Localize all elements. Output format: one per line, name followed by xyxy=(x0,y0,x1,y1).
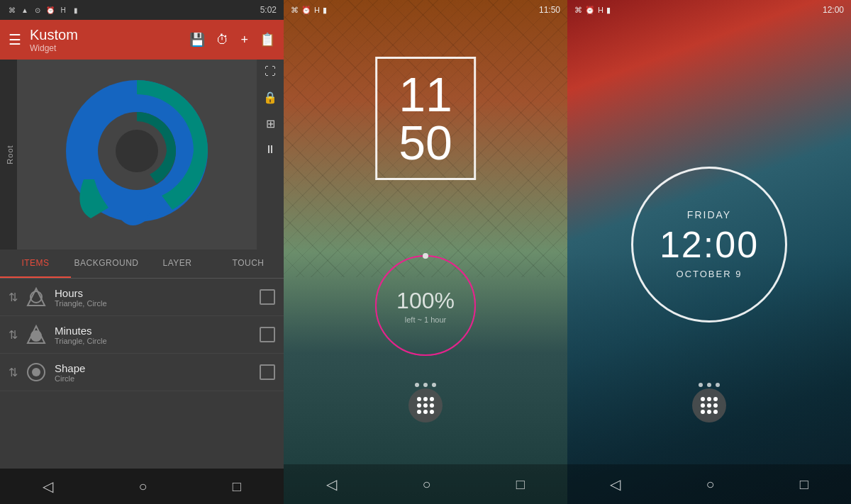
shape-text: Shape Circle xyxy=(55,362,252,383)
alarm-icon: ⏰ xyxy=(585,6,595,15)
app-dot xyxy=(701,397,705,401)
clock-circle-ring: FRIDAY 12:00 OCTOBER 9 xyxy=(631,167,787,323)
back-nav-icon[interactable]: ◁ xyxy=(43,478,53,495)
status-time: 5:02 xyxy=(260,5,277,15)
canvas-area: Root ⛶ 🔒 ⊞ ⏸ xyxy=(0,60,284,250)
shape-title: Shape xyxy=(55,362,252,374)
recent-icon[interactable]: □ xyxy=(516,476,525,493)
hours-text: Hours Triangle, Circle xyxy=(55,287,252,308)
root-label: Root xyxy=(6,145,14,164)
hours-icon xyxy=(25,286,48,308)
pause-icon[interactable]: ⏸ xyxy=(265,143,276,156)
app-dot xyxy=(707,397,711,401)
app-dot xyxy=(423,397,428,401)
signal-icon: H xyxy=(598,6,604,14)
save-icon[interactable]: 💾 xyxy=(189,32,205,47)
add-icon[interactable]: + xyxy=(240,33,248,47)
drag-icon: ⇅ xyxy=(9,366,18,379)
battery-icon: ▮ xyxy=(323,6,327,15)
app-dot xyxy=(713,397,718,401)
app-dot xyxy=(701,403,705,408)
editor-panel: ⌘ ▲ ⊙ ⏰ H ▮ 5:02 ☰ Kustom Widget 💾 ⏱ + 📋… xyxy=(0,0,284,504)
recent-icon-2[interactable]: □ xyxy=(800,476,808,493)
svg-point-6 xyxy=(30,330,42,342)
wifi-icon: ⊙ xyxy=(33,5,43,15)
dot-2 xyxy=(423,383,428,387)
app-dot xyxy=(423,403,428,408)
tab-background[interactable]: BACKGROUND xyxy=(71,250,142,278)
recent-nav-icon[interactable]: □ xyxy=(233,478,241,495)
clock-minutes: 50 xyxy=(399,118,452,167)
app-dot xyxy=(417,403,421,408)
shape-icon xyxy=(25,361,48,383)
alarm-icon: ⏰ xyxy=(45,5,55,15)
alarm-icon: ⏰ xyxy=(301,6,311,15)
apps-grid xyxy=(417,397,434,414)
app-title: Kustom xyxy=(30,27,181,43)
battery-icon: ▮ xyxy=(606,6,611,15)
tab-layer[interactable]: LAYER xyxy=(142,250,213,278)
clock-hours: 11 xyxy=(399,70,452,118)
clock-circle-container: FRIDAY 12:00 OCTOBER 9 xyxy=(631,167,787,323)
canvas-right-tools: ⛶ 🔒 ⊞ ⏸ xyxy=(257,60,284,250)
apps-button[interactable] xyxy=(408,388,443,422)
back-icon[interactable]: ◁ xyxy=(326,476,337,493)
minutes-sub: Triangle, Circle xyxy=(55,337,252,345)
clock-time: 12:00 xyxy=(660,223,759,266)
lock2-nav-bar: ◁ ○ □ xyxy=(567,464,851,504)
svg-point-2 xyxy=(116,130,158,172)
dot-1 xyxy=(415,383,419,387)
list-item[interactable]: ⇅ Minutes Triangle, Circle xyxy=(0,316,284,354)
hours-title: Hours xyxy=(55,287,252,299)
clipboard-icon[interactable]: 📋 xyxy=(260,32,275,47)
tab-touch[interactable]: TOUCH xyxy=(213,250,284,278)
app-dot xyxy=(430,397,434,401)
canvas-inner[interactable] xyxy=(17,60,257,250)
app-dot xyxy=(430,403,434,408)
lock-icon[interactable]: 🔒 xyxy=(263,91,277,104)
list-item[interactable]: ⇅ Hours Triangle, Circle xyxy=(0,279,284,316)
app-dot xyxy=(707,410,711,414)
app-dot xyxy=(417,410,421,414)
shape-checkbox[interactable] xyxy=(260,364,275,380)
editor-nav-bar: ◁ ○ □ xyxy=(0,469,284,504)
app-subtitle: Widget xyxy=(30,43,181,53)
history-icon[interactable]: ⏱ xyxy=(216,33,229,47)
hours-checkbox[interactable] xyxy=(260,289,275,305)
layers-icon[interactable]: ⊞ xyxy=(266,117,275,130)
lock1-status-bar: ⌘ ⏰ H ▮ 11:50 xyxy=(284,0,567,20)
app-dot xyxy=(423,410,428,414)
home-icon[interactable]: ○ xyxy=(422,476,430,493)
tab-items[interactable]: ITEMS xyxy=(0,250,71,278)
battery-circle: 100% left ~ 1 hour xyxy=(369,249,482,362)
minutes-checkbox[interactable] xyxy=(260,327,275,342)
drag-icon: ⇅ xyxy=(9,291,18,304)
list-item[interactable]: ⇅ Shape Circle xyxy=(0,354,284,391)
editor-toolbar: ☰ Kustom Widget 💾 ⏱ + 📋 xyxy=(0,20,284,60)
app-dot xyxy=(701,410,705,414)
lock2-status-bar: ⌘ ⏰ H ▮ 12:00 xyxy=(567,0,851,20)
fullscreen-icon[interactable]: ⛶ xyxy=(265,65,276,78)
hours-sub: Triangle, Circle xyxy=(55,299,252,308)
editor-status-bar: ⌘ ▲ ⊙ ⏰ H ▮ 5:02 xyxy=(0,0,284,20)
signal-icon: H xyxy=(314,6,320,14)
back-icon-2[interactable]: ◁ xyxy=(610,476,621,493)
status-left: ⌘ ▲ ⊙ ⏰ H ▮ xyxy=(7,5,81,15)
app-dot xyxy=(417,397,421,401)
bluetooth-icon: ⌘ xyxy=(291,6,299,15)
lock1-status-left: ⌘ ⏰ H ▮ xyxy=(291,6,327,15)
app-dot xyxy=(707,403,711,408)
page-dots xyxy=(415,383,436,387)
minutes-text: Minutes Triangle, Circle xyxy=(55,325,252,345)
battery-icon: ▮ xyxy=(71,5,81,15)
battery-percent: 100% xyxy=(396,288,455,314)
menu-icon[interactable]: ☰ xyxy=(9,31,21,48)
home-nav-icon[interactable]: ○ xyxy=(138,478,147,495)
lockscreen-1150: ⌘ ⏰ H ▮ 11:50 11 50 100% left ~ 1 hour xyxy=(284,0,567,504)
drag-icon: ⇅ xyxy=(9,328,18,342)
home-icon-2[interactable]: ○ xyxy=(706,476,714,493)
app-dot xyxy=(713,410,718,414)
apps-grid-2 xyxy=(701,397,718,414)
bluetooth-icon: ⌘ xyxy=(574,6,582,15)
apps-button-2[interactable] xyxy=(692,388,726,422)
